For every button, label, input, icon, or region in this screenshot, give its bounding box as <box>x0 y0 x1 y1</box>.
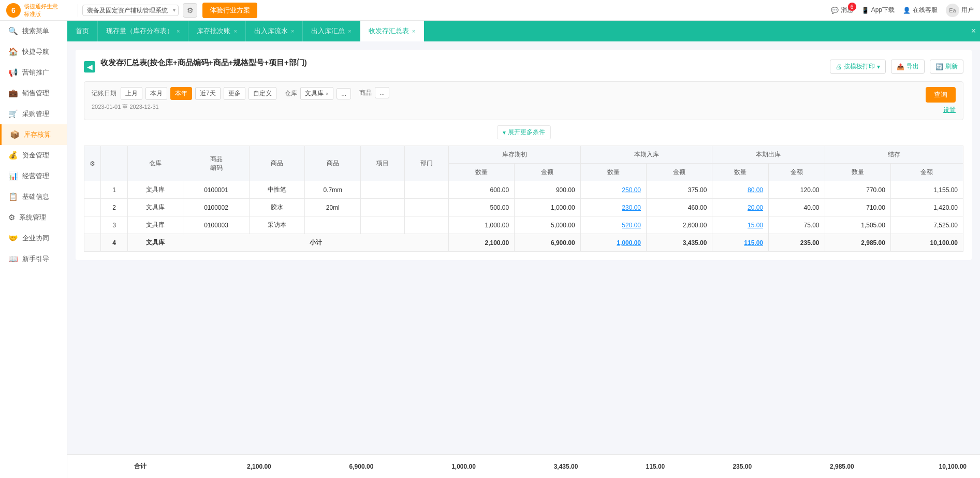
date-more[interactable]: 更多 <box>224 87 245 100</box>
online-service-item[interactable]: 👤 在线客服 <box>903 6 938 15</box>
tab-label: 库存批次账 <box>197 26 230 36</box>
row-in-qty[interactable]: 520.00 <box>580 216 646 234</box>
tab-close-icon[interactable]: × <box>233 28 237 34</box>
tab-bar-close[interactable]: × <box>971 26 980 36</box>
row-out-qty[interactable]: 15.00 <box>712 216 769 234</box>
tab-close-icon[interactable]: × <box>291 28 294 34</box>
sidebar-item-system[interactable]: ⚙ 系统管理 <box>0 207 67 228</box>
row-code: 0100001 <box>183 181 249 199</box>
table-row: 1 文具库 0100001 中性笔 0.7mm 600.00 900.00 25… <box>84 181 963 199</box>
tab-inventory-dist[interactable]: 现存量（库存分布表） × <box>98 21 188 41</box>
settings-link[interactable]: 设置 <box>943 106 956 114</box>
row-warehouse: 文具库 <box>128 216 183 234</box>
main-panel: ◀ 收发存汇总表(按仓库+商品编码+商品+规格型号+项目+部门) 🖨 按模板打印… <box>76 50 972 260</box>
gear-button[interactable]: ⚙ <box>183 3 197 18</box>
date-custom[interactable]: 自定义 <box>248 87 276 100</box>
row-in-amt: 2,600.00 <box>647 216 712 234</box>
row-in-qty[interactable]: 230.00 <box>580 199 646 216</box>
sub-in-qty[interactable]: 1,000.00 <box>580 234 646 252</box>
collapse-button[interactable]: ◀ <box>84 61 95 73</box>
tab-batch[interactable]: 库存批次账 × <box>188 21 245 41</box>
print-icon: 🖨 <box>836 63 842 70</box>
content-area: 首页 现存量（库存分布表） × 库存批次账 × 出入库流水 × 出入库汇总 × <box>67 21 980 478</box>
row-out-qty[interactable]: 80.00 <box>712 181 769 199</box>
row-open-amt: 1,000.00 <box>515 199 580 216</box>
date-this-year[interactable]: 本年 <box>170 87 192 100</box>
th-spec: 商品 <box>304 146 361 181</box>
tab-label: 现存量（库存分布表） <box>106 26 173 36</box>
row-warehouse: 文具库 <box>128 181 183 199</box>
sidebar-item-marketing[interactable]: 📢 营销推广 <box>0 62 67 83</box>
row-spec <box>304 216 361 234</box>
warehouse-tag-close[interactable]: × <box>326 91 329 97</box>
expand-conditions-button[interactable]: ▾ 展开更多条件 <box>497 125 551 139</box>
th-gear[interactable]: ⚙ <box>84 146 101 181</box>
tab-inout-summary[interactable]: 出入库汇总 × <box>303 21 360 41</box>
search-icon: 🔍 <box>8 26 18 36</box>
row-name: 中性笔 <box>249 181 304 199</box>
refresh-button[interactable]: 🔄 刷新 <box>930 60 963 74</box>
print-button[interactable]: 🖨 按模板打印 ▾ <box>830 60 886 74</box>
sidebar-item-basic[interactable]: 📋 基础信息 <box>0 186 67 207</box>
row-in-amt: 460.00 <box>647 199 712 216</box>
sidebar-item-operations[interactable]: 📊 经营管理 <box>0 166 67 186</box>
sidebar-item-guide[interactable]: 📖 新手引导 <box>0 249 67 269</box>
tab-close-icon[interactable]: × <box>177 28 180 34</box>
main-content: ◀ 收发存汇总表(按仓库+商品编码+商品+规格型号+项目+部门) 🖨 按模板打印… <box>67 41 980 454</box>
goods-ellipsis-btn[interactable]: ... <box>375 87 389 98</box>
sidebar-item-finance[interactable]: 💰 资金管理 <box>0 145 67 166</box>
expand-label: 展开更多条件 <box>508 128 545 137</box>
sidebar-item-label: 新手引导 <box>22 254 49 264</box>
sub-out-amt: 235.00 <box>768 234 825 252</box>
row-close-qty: 770.00 <box>825 181 890 199</box>
sidebar-item-enterprise[interactable]: 🤝 企业协同 <box>0 228 67 249</box>
th-dept: 部门 <box>405 146 449 181</box>
trial-button[interactable]: 体验行业方案 <box>202 3 257 18</box>
export-button[interactable]: 📤 导出 <box>891 60 925 74</box>
sub-warehouse: 文具库 <box>128 234 183 252</box>
tab-home[interactable]: 首页 <box>67 21 98 41</box>
th-close-amt: 金额 <box>890 164 963 181</box>
system-select-wrap[interactable]: 装备及固定资产辅助管理系统 <box>82 5 179 16</box>
tab-close-icon[interactable]: × <box>412 28 415 34</box>
row-out-qty[interactable]: 20.00 <box>712 199 769 216</box>
logo-icon: 6 <box>6 3 21 18</box>
tab-close-icon[interactable]: × <box>348 28 351 34</box>
system-select[interactable]: 装备及固定资产辅助管理系统 <box>82 5 179 16</box>
row-open-qty: 600.00 <box>448 181 514 199</box>
th-out-qty: 数量 <box>712 164 769 181</box>
sub-no: 4 <box>101 234 128 252</box>
date-last-month[interactable]: 上月 <box>121 87 142 100</box>
sidebar-item-label: 库存核算 <box>24 130 51 139</box>
messages-item[interactable]: 💬 消息 6 <box>831 6 853 15</box>
sidebar-item-inventory[interactable]: 📦 库存核算 <box>0 124 67 145</box>
sidebar-item-search[interactable]: 🔍 搜索菜单 <box>0 21 67 41</box>
row-out-amt: 75.00 <box>768 216 825 234</box>
date-7days[interactable]: 近7天 <box>195 87 221 100</box>
tab-inout-flow[interactable]: 出入库流水 × <box>246 21 303 41</box>
inventory-icon: 📦 <box>10 130 20 139</box>
sidebar-item-purchase[interactable]: 🛒 采购管理 <box>0 104 67 124</box>
tab-receipt-summary[interactable]: 收发存汇总表 × <box>360 21 424 41</box>
row-no: 1 <box>101 181 128 199</box>
user-item[interactable]: Ea 用户 <box>946 4 974 17</box>
row-in-qty[interactable]: 250.00 <box>580 181 646 199</box>
sidebar-item-sales[interactable]: 💼 销售管理 <box>0 83 67 104</box>
divider <box>78 4 78 17</box>
service-icon: 👤 <box>903 7 911 14</box>
app-download-item[interactable]: 📱 App下载 <box>861 6 895 15</box>
warehouse-ellipsis-btn[interactable]: ... <box>337 88 351 99</box>
row-close-amt: 1,155.00 <box>890 181 963 199</box>
expand-icon: ▾ <box>503 129 506 136</box>
finance-icon: 💰 <box>8 151 18 160</box>
query-button[interactable]: 查询 <box>926 87 956 103</box>
th-balance: 结存 <box>825 146 963 164</box>
th-warehouse: 仓库 <box>128 146 183 181</box>
date-this-month[interactable]: 本月 <box>145 87 167 100</box>
sub-gear <box>84 234 101 252</box>
top-bar: 6 畅捷通好生意 标准版 装备及固定资产辅助管理系统 ⚙ 体验行业方案 💬 消息… <box>0 0 980 21</box>
sub-out-qty[interactable]: 115.00 <box>712 234 769 252</box>
row-dept <box>405 181 449 199</box>
sidebar-item-quick-nav[interactable]: 🏠 快捷导航 <box>0 41 67 62</box>
sidebar-item-label: 销售管理 <box>22 89 49 98</box>
